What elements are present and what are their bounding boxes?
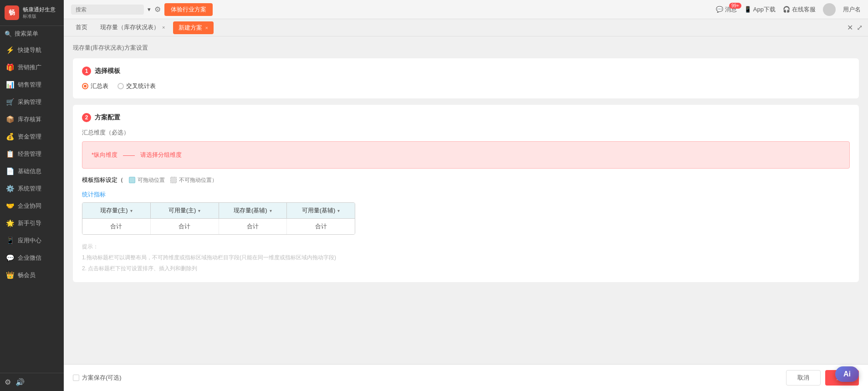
quick-nav-icon: ⚡ <box>6 46 14 54</box>
sidebar-nav: ⚡ 快捷导航 🎁 营销推广 📊 销售管理 🛒 采购管理 📦 库存核算 💰 资金管… <box>0 41 64 373</box>
vertical-dim-label: *纵向维度 <box>92 151 117 159</box>
section2-num: 2 <box>82 113 91 122</box>
sidebar-logo: 畅 畅康通好生意 标准版 <box>0 0 64 26</box>
topbar-left: ▾ ⚙ 体验行业方案 <box>71 3 710 16</box>
section2-header: 2 方案配置 <box>82 113 850 122</box>
indicator-label-row: 模板指标设定（ 可拖动位置 不可拖动位置） <box>82 176 850 184</box>
sound-icon[interactable]: 🔊 <box>15 378 25 386</box>
settings-icon[interactable]: ⚙ <box>5 378 11 386</box>
sidebar-item-label: 资金管理 <box>18 133 41 141</box>
tips-section: 提示： 1.拖动标题栏可以调整布局，不可跨维度或指标区域拖动栏目字段(只能在同一… <box>82 241 850 274</box>
close-window-icon[interactable]: ✕ <box>847 23 853 32</box>
sidebar-item-newbie[interactable]: 🌟 新手引导 <box>0 215 64 232</box>
sidebar-item-inventory[interactable]: 📦 库存核算 <box>0 111 64 128</box>
cell-0-1: 合计 <box>151 219 219 234</box>
stats-col-1[interactable]: 可用量(主) ▾ <box>151 203 219 218</box>
col-1-chevron[interactable]: ▾ <box>198 208 200 213</box>
stats-title: 统计指标 <box>82 190 850 199</box>
sidebar-item-label: 基础信息 <box>18 167 41 175</box>
basic-info-icon: 📄 <box>6 167 14 175</box>
section1-title: 选择模板 <box>95 67 120 75</box>
member-icon: 👑 <box>6 271 14 279</box>
finance-icon: 💰 <box>6 133 14 141</box>
col-3-chevron[interactable]: ▾ <box>337 208 340 213</box>
avatar[interactable] <box>823 3 836 16</box>
sales-icon: 📊 <box>6 81 14 89</box>
save-checkbox[interactable]: 方案保存(可选) <box>73 374 122 382</box>
tab-inventory[interactable]: 现存量（库存状况表） × <box>94 20 171 36</box>
save-checkbox-box <box>73 375 79 381</box>
section1-num: 1 <box>82 67 91 76</box>
stats-col-2[interactable]: 现存量(基辅) ▾ <box>219 203 287 218</box>
sidebar-item-marketing[interactable]: 🎁 营销推广 <box>0 59 64 76</box>
sidebar-item-member[interactable]: 👑 畅会员 <box>0 267 64 284</box>
cell-0-0: 合计 <box>82 219 151 234</box>
sidebar-item-operation[interactable]: 📋 经营管理 <box>0 145 64 163</box>
industry-btn[interactable]: 体验行业方案 <box>164 3 213 16</box>
tab-new-close[interactable]: × <box>205 25 208 31</box>
indicator-section: 统计指标 现存量(主) ▾ 可用量(主) ▾ 现存量(基辅) <box>82 190 850 235</box>
col-0-chevron[interactable]: ▾ <box>130 208 133 213</box>
template-radio-group: 汇总表 交叉统计表 <box>82 82 850 90</box>
sidebar: 畅 畅康通好生意 标准版 🔍 搜索菜单 ⚡ 快捷导航 🎁 营销推广 📊 销售管理… <box>0 0 64 391</box>
sidebar-item-enterprise[interactable]: 🤝 企业协同 <box>0 197 64 215</box>
sidebar-item-quick-nav[interactable]: ⚡ 快捷导航 <box>0 41 64 59</box>
online-service-btn[interactable]: 🎧 在线客服 <box>783 5 816 14</box>
sidebar-item-label: 经营管理 <box>18 150 41 158</box>
sidebar-item-label: 畅会员 <box>18 271 36 279</box>
cell-0-2: 合计 <box>219 219 287 234</box>
sidebar-footer: ⚙ 🔊 <box>0 373 64 391</box>
bottom-bar: 方案保存(可选) 取消 查询 <box>64 364 868 391</box>
page-title: 现存量(库存状况表)方案设置 <box>73 44 859 52</box>
tab-home[interactable]: 首页 <box>69 20 94 36</box>
operation-icon: 📋 <box>6 150 14 158</box>
sidebar-search[interactable]: 🔍 搜索菜单 <box>0 26 64 41</box>
stats-table: 现存量(主) ▾ 可用量(主) ▾ 现存量(基辅) ▾ 可用量(基辅) <box>82 202 355 235</box>
tab-inventory-close[interactable]: × <box>162 25 165 30</box>
search-input[interactable] <box>71 5 144 15</box>
save-label: 方案保存(可选) <box>82 374 122 382</box>
tab-bar: 首页 现存量（库存状况表） × 新建方案 × ✕ ⤢ <box>64 19 868 36</box>
dropdown-icon[interactable]: ▾ <box>148 6 151 13</box>
message-badge: 99+ <box>729 3 741 9</box>
tab-new-scheme[interactable]: 新建方案 × <box>173 21 213 34</box>
newbie-icon: 🌟 <box>6 219 14 227</box>
cancel-button[interactable]: 取消 <box>786 370 821 386</box>
app-center-icon: 📱 <box>6 237 14 245</box>
main-area: ▾ ⚙ 体验行业方案 💬 消息 99+ 📱 App下载 🎧 在线客服 用户名 <box>64 0 868 391</box>
username-label: 用户名 <box>843 5 861 14</box>
col-2-chevron[interactable]: ▾ <box>270 208 272 213</box>
dimension-required-label: 汇总维度（必选） <box>82 129 850 137</box>
legend-draggable: 可拖动位置 <box>129 176 165 184</box>
radio-summary[interactable]: 汇总表 <box>82 82 108 90</box>
radio-cross[interactable]: 交叉统计表 <box>117 82 156 90</box>
sidebar-item-basic-info[interactable]: 📄 基础信息 <box>0 163 64 180</box>
ai-bubble[interactable]: Ai <box>835 366 859 382</box>
sidebar-item-label: 系统管理 <box>18 185 41 193</box>
sidebar-item-wechat[interactable]: 💬 企业微信 <box>0 249 64 267</box>
section2-title: 方案配置 <box>95 113 120 122</box>
stats-col-3[interactable]: 可用量(基辅) ▾ <box>287 203 355 218</box>
sidebar-item-sales[interactable]: 📊 销售管理 <box>0 76 64 93</box>
sidebar-item-system[interactable]: ⚙️ 系统管理 <box>0 180 64 197</box>
app-download-btn[interactable]: 📱 App下载 <box>744 5 776 14</box>
topbar-right: 💬 消息 99+ 📱 App下载 🎧 在线客服 用户名 <box>716 3 861 16</box>
sidebar-item-label: 企业微信 <box>18 254 41 262</box>
expand-icon[interactable]: ⤢ <box>857 23 863 32</box>
stats-table-header: 现存量(主) ▾ 可用量(主) ▾ 现存量(基辅) ▾ 可用量(基辅) <box>82 203 355 219</box>
marketing-icon: 🎁 <box>6 63 14 72</box>
message-btn[interactable]: 💬 消息 99+ <box>716 5 737 14</box>
sidebar-item-finance[interactable]: 💰 资金管理 <box>0 128 64 145</box>
wechat-icon: 💬 <box>6 254 14 262</box>
logo-icon: 畅 <box>5 5 19 20</box>
sidebar-item-label: 销售管理 <box>18 81 41 89</box>
topbar: ▾ ⚙ 体验行业方案 💬 消息 99+ 📱 App下载 🎧 在线客服 用户名 <box>64 0 868 19</box>
sidebar-item-purchase[interactable]: 🛒 采购管理 <box>0 93 64 111</box>
dimension-box[interactable]: *纵向维度 —— 请选择分组维度 <box>82 141 850 169</box>
logo-text: 畅康通好生意 标准版 <box>23 6 56 20</box>
sidebar-item-app-center[interactable]: 📱 应用中心 <box>0 232 64 249</box>
gear-icon[interactable]: ⚙ <box>154 5 161 14</box>
legend-non-draggable: 不可拖动位置） <box>170 176 217 184</box>
section2-card: 2 方案配置 汇总维度（必选） *纵向维度 —— 请选择分组维度 模板指标设定（… <box>73 105 859 282</box>
stats-col-0[interactable]: 现存量(主) ▾ <box>82 203 151 218</box>
